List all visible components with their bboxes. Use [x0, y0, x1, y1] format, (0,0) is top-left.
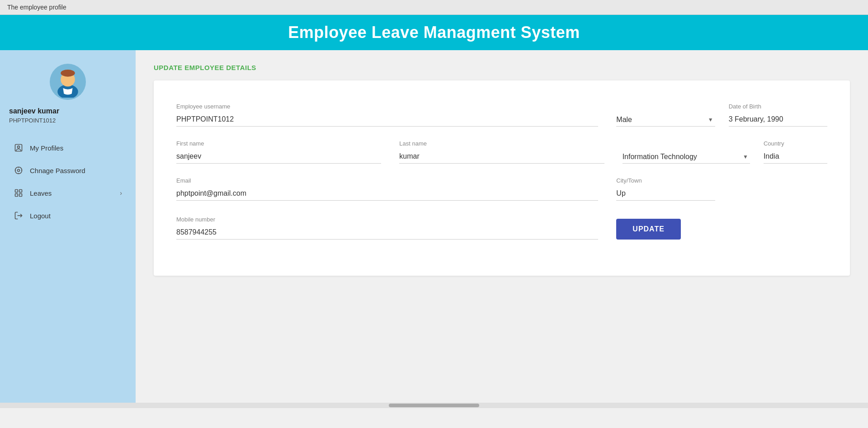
my-profiles-label: My Profiles — [30, 144, 122, 152]
browser-title-text: The employee profile — [7, 4, 66, 11]
first-name-group: First name — [176, 140, 381, 164]
form-row-3: Email City/Town — [176, 177, 827, 201]
sidebar-user-name: sanjeev kumar — [9, 107, 127, 115]
form-row-2: First name Last name Information Technol… — [176, 140, 827, 164]
gender-select-wrapper: Male Female Other — [616, 113, 715, 127]
avatar — [50, 64, 86, 100]
gender-select[interactable]: Male Female Other — [616, 113, 715, 127]
country-group: Country — [764, 140, 827, 164]
email-input[interactable] — [176, 187, 598, 201]
mobile-input[interactable] — [176, 226, 598, 240]
avatar-icon — [52, 66, 84, 98]
change-password-label: Chnage Password — [30, 167, 122, 174]
city-label: City/Town — [616, 177, 715, 184]
department-select[interactable]: Information Technology Human Resources F… — [623, 150, 750, 164]
gender-dob-group: Male Female Other Date of Birth — [616, 103, 827, 127]
country-label: Country — [764, 140, 827, 147]
main-layout: sanjeev kumar PHPTPOINT1012 My Profiles — [0, 50, 868, 403]
svg-rect-10 — [19, 194, 22, 197]
first-name-label: First name — [176, 140, 381, 147]
sidebar-item-my-profiles[interactable]: My Profiles — [9, 137, 127, 158]
employee-username-group: Employee username — [176, 103, 598, 127]
update-panel: UPDATE — [616, 214, 827, 240]
leaves-icon — [14, 188, 24, 198]
svg-rect-7 — [15, 190, 18, 193]
dob-label: Date of Birth — [729, 103, 827, 110]
svg-point-4 — [18, 146, 20, 148]
my-profiles-icon — [14, 143, 24, 153]
scrollbar-area — [0, 403, 868, 408]
leaves-label: Leaves — [30, 189, 113, 197]
svg-point-5 — [15, 167, 22, 174]
dob-group: Date of Birth — [729, 103, 827, 127]
sidebar-user-id: PHPTPOINT1012 — [9, 117, 127, 124]
city-input[interactable] — [616, 187, 715, 201]
email-group: Email — [176, 177, 598, 201]
mobile-label: Mobile number — [176, 216, 598, 223]
svg-rect-9 — [15, 194, 18, 197]
last-name-group: Last name — [399, 140, 604, 164]
employee-username-input[interactable] — [176, 113, 598, 127]
app-title: Employee Leave Managment System — [0, 23, 868, 42]
sidebar: sanjeev kumar PHPTPOINT1012 My Profiles — [0, 50, 136, 403]
last-name-input[interactable] — [399, 150, 604, 164]
sidebar-item-change-password[interactable]: Chnage Password — [9, 160, 127, 181]
sidebar-item-leaves[interactable]: Leaves › — [9, 183, 127, 203]
logout-label: Logout — [30, 212, 122, 220]
city-panel: City/Town — [616, 177, 827, 201]
mobile-group: Mobile number — [176, 216, 598, 240]
scrollbar-thumb[interactable] — [389, 404, 479, 407]
city-group: City/Town — [616, 177, 715, 201]
svg-point-2 — [61, 70, 75, 77]
logout-icon — [14, 211, 24, 221]
sidebar-item-logout[interactable]: Logout — [9, 205, 127, 226]
avatar-container — [9, 64, 127, 100]
email-label: Email — [176, 177, 598, 184]
first-name-input[interactable] — [176, 150, 381, 164]
leaves-arrow: › — [120, 189, 122, 197]
employee-username-label: Employee username — [176, 103, 598, 110]
app-header: Employee Leave Managment System — [0, 15, 868, 50]
form-row-1: Employee username Male Female Other Date… — [176, 103, 827, 127]
last-name-label: Last name — [399, 140, 604, 147]
content-area: UPDATE EMPLOYEE DETAILS Employee usernam… — [136, 50, 868, 403]
browser-title-bar: The employee profile — [0, 0, 868, 15]
form-card: Employee username Male Female Other Date… — [154, 80, 850, 276]
dob-input[interactable] — [729, 113, 827, 127]
department-select-wrapper: Information Technology Human Resources F… — [623, 150, 750, 164]
dept-country-group: Information Technology Human Resources F… — [623, 140, 827, 164]
country-input[interactable] — [764, 150, 827, 164]
form-row-4: Mobile number UPDATE — [176, 214, 827, 240]
svg-rect-8 — [19, 190, 22, 193]
change-password-icon — [14, 165, 24, 175]
svg-point-6 — [18, 169, 20, 172]
update-button[interactable]: UPDATE — [616, 219, 681, 240]
section-title: UPDATE EMPLOYEE DETAILS — [154, 64, 850, 71]
